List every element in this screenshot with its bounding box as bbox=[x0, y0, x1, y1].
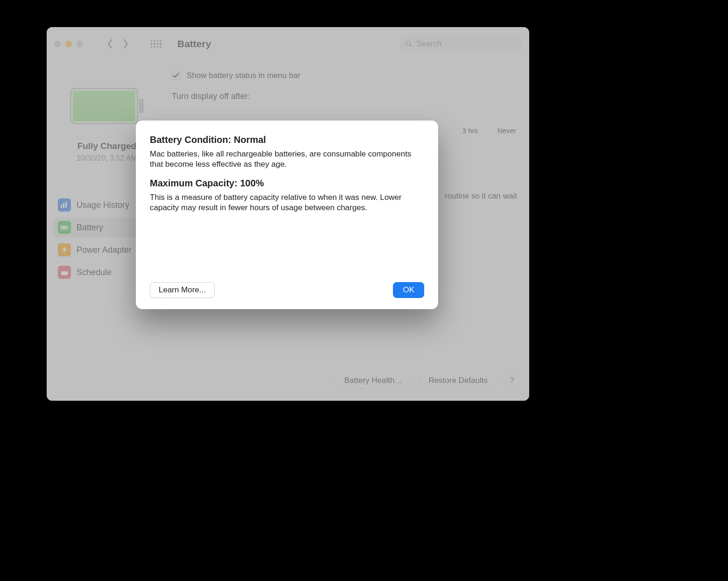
show-all-prefs-button[interactable] bbox=[150, 38, 161, 50]
learn-more-button[interactable]: Learn More... bbox=[150, 282, 215, 298]
restore-defaults-button[interactable]: Restore Defaults bbox=[420, 373, 497, 389]
ok-button[interactable]: OK bbox=[393, 282, 424, 298]
battery-condition-text: Mac batteries, like all rechargeable bat… bbox=[150, 149, 424, 170]
forward-button[interactable] bbox=[120, 38, 131, 50]
search-icon bbox=[405, 40, 413, 48]
svg-rect-10 bbox=[61, 270, 68, 271]
minimize-window-button[interactable] bbox=[65, 41, 72, 47]
svg-line-1 bbox=[410, 45, 412, 47]
maximum-capacity-heading: Maximum Capacity: 100% bbox=[150, 178, 424, 189]
nav-buttons bbox=[105, 38, 131, 50]
svg-rect-4 bbox=[65, 202, 67, 208]
tick-3hrs: 3 hrs bbox=[462, 127, 478, 135]
calendar-icon bbox=[58, 266, 71, 279]
tick-never: Never bbox=[497, 127, 516, 135]
help-button[interactable]: ? bbox=[505, 374, 519, 388]
show-status-label: Show battery status in menu bar bbox=[187, 71, 301, 80]
checkbox-checked-icon bbox=[172, 71, 180, 80]
bottom-buttons: Battery Health… Restore Defaults ? bbox=[336, 373, 519, 389]
svg-rect-2 bbox=[61, 205, 62, 208]
maximum-capacity-text: This is a measure of battery capacity re… bbox=[150, 192, 424, 213]
bolt-icon bbox=[58, 243, 71, 256]
close-window-button[interactable] bbox=[54, 41, 61, 47]
toolbar: Battery bbox=[47, 27, 529, 61]
show-status-checkbox-row[interactable]: Show battery status in menu bar bbox=[172, 71, 519, 80]
svg-point-0 bbox=[406, 41, 410, 45]
window-title: Battery bbox=[177, 38, 211, 50]
svg-rect-7 bbox=[62, 227, 66, 228]
battery-icon bbox=[58, 221, 71, 234]
sidebar-item-label: Power Adapter bbox=[77, 245, 132, 255]
window-controls bbox=[54, 41, 83, 47]
search-input[interactable] bbox=[416, 39, 517, 49]
battery-health-button[interactable]: Battery Health… bbox=[336, 373, 412, 389]
svg-marker-8 bbox=[62, 247, 67, 253]
sidebar-item-label: Schedule bbox=[77, 268, 112, 277]
svg-rect-6 bbox=[67, 227, 68, 228]
zoom-window-button[interactable] bbox=[77, 41, 83, 47]
battery-health-dialog: Battery Condition: Normal Mac batteries,… bbox=[136, 120, 438, 309]
turn-display-off-label: Turn display off after: bbox=[172, 92, 519, 101]
svg-rect-3 bbox=[63, 203, 64, 208]
search-field[interactable] bbox=[400, 36, 522, 52]
back-button[interactable] bbox=[105, 38, 115, 50]
sidebar-item-label: Usage History bbox=[77, 200, 129, 210]
battery-large-icon bbox=[70, 88, 144, 124]
battery-condition-heading: Battery Condition: Normal bbox=[150, 135, 424, 145]
sidebar-item-label: Battery bbox=[77, 223, 103, 233]
chart-bar-icon bbox=[58, 198, 71, 212]
